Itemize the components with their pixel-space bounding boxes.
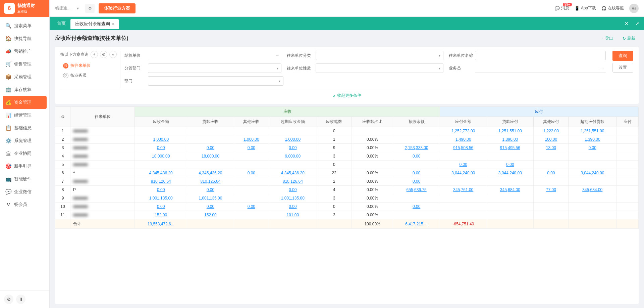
row-cell-应付金额[interactable]: 915,508.56 bbox=[440, 144, 487, 152]
row-cell-贷款应收[interactable]: 0.00 bbox=[187, 186, 234, 194]
app-download-button[interactable]: 📱 App下载 bbox=[575, 5, 596, 11]
wanglai-xingzhi-select[interactable]: ▾ bbox=[316, 63, 444, 73]
wanglai-name-input[interactable] bbox=[475, 51, 606, 60]
row-cell-应收金额[interactable]: 4,345,436.20 bbox=[135, 169, 187, 177]
scheme-settings-button[interactable]: ⊙ bbox=[100, 51, 107, 58]
trial-button[interactable]: 体验行业方案 bbox=[99, 3, 136, 13]
row-cell-预收余额[interactable]: 0.00 bbox=[393, 169, 440, 177]
row-cell-贷款应收[interactable]: 0.00 bbox=[187, 144, 234, 152]
row-cell-应收金额[interactable]: 1,000.00 bbox=[135, 135, 187, 144]
bumen-select[interactable]: ▾ bbox=[148, 76, 283, 86]
row-cell-贷款应付[interactable]: 1,251,551.00 bbox=[487, 127, 534, 135]
refresh-button[interactable]: ↻ 刷新 bbox=[619, 34, 639, 43]
row-cell-其他应付[interactable]: 13.00 bbox=[534, 144, 569, 152]
settings-footer-button[interactable]: ⚙ bbox=[4, 295, 13, 304]
row-cell-贷款应付[interactable]: 915,495.56 bbox=[487, 144, 534, 152]
collapse-footer-button[interactable]: ⏸ bbox=[16, 295, 25, 304]
row-cell-预收余额[interactable]: 2,153,333.00 bbox=[393, 144, 440, 152]
export-button[interactable]: ↑ 导出 bbox=[598, 34, 616, 43]
sidebar-item-wechat[interactable]: 💬 企业微信 bbox=[0, 185, 49, 198]
row-cell-应收金额[interactable]: 0.00 bbox=[135, 203, 187, 211]
row-cell-其他应付[interactable]: 77.00 bbox=[534, 186, 569, 194]
sidebar-item-member[interactable]: V 畅会员 bbox=[0, 198, 49, 211]
sidebar-item-finance[interactable]: 💰 资金管理 bbox=[3, 96, 47, 109]
row-cell-超期应付贷款[interactable]: 0.00 bbox=[569, 144, 616, 152]
row-cell-其他应收[interactable]: 0.00 bbox=[234, 203, 269, 211]
total-yingshou-jine[interactable]: 19,553,472,6... bbox=[135, 219, 187, 229]
row-cell-超期应收金额[interactable]: 810,126.64 bbox=[269, 177, 317, 186]
total-yingfu-jine[interactable]: -654,751.40 bbox=[440, 219, 487, 229]
row-cell-其他应收[interactable]: 0.00 bbox=[234, 144, 269, 152]
row-cell-应收金额[interactable]: 152.00 bbox=[135, 211, 187, 219]
filter-by-unit[interactable]: 按 按往来单位 bbox=[60, 61, 117, 71]
row-cell-其他应付[interactable]: 100.00 bbox=[534, 135, 569, 144]
sidebar-item-guide[interactable]: 🎯 新手引导 bbox=[0, 160, 49, 173]
row-cell-应收金额[interactable]: 18,000.00 bbox=[135, 152, 187, 161]
row-cell-预收余额[interactable]: 0.00 bbox=[393, 177, 440, 186]
row-cell-应付金额[interactable]: 345,761.00 bbox=[440, 186, 487, 194]
row-cell-超期应收金额[interactable]: 9,000.00 bbox=[269, 152, 317, 161]
row-cell-超期应付贷款[interactable]: 345,684.00 bbox=[569, 186, 616, 194]
row-cell-其他应收[interactable]: 1,000.00 bbox=[234, 135, 269, 144]
row-cell-应收金额[interactable]: 0.00 bbox=[135, 186, 187, 194]
messages-button[interactable]: 💬 消息 99+ bbox=[555, 5, 569, 11]
sidebar-item-enterprise[interactable]: 🏛 企业协同 bbox=[0, 147, 49, 160]
row-cell-贷款应收[interactable]: 1,001,135.00 bbox=[187, 194, 234, 203]
sidebar-item-marketing[interactable]: 📣 营销推广 bbox=[0, 45, 49, 58]
row-cell-超期应收金额[interactable]: 1,000.00 bbox=[269, 135, 317, 144]
row-cell-超期应付贷款[interactable]: 1,390.00 bbox=[569, 135, 616, 144]
tab-minimize-button[interactable]: ✕ bbox=[623, 19, 631, 28]
row-cell-超期应收金额[interactable]: 1,001,135.00 bbox=[269, 194, 317, 203]
add-scheme-button[interactable]: + bbox=[91, 51, 98, 58]
row-cell-预收余额[interactable]: 0.00 bbox=[393, 203, 440, 211]
filter-by-staff[interactable]: 按 按业务员 bbox=[60, 71, 117, 80]
row-cell-超期应付贷款[interactable]: 3,044,240.00 bbox=[569, 169, 616, 177]
sidebar-item-search[interactable]: 🔍 搜索菜单 bbox=[0, 19, 49, 32]
row-cell-预收余额[interactable]: 655,636.75 bbox=[393, 186, 440, 194]
user-menu[interactable]: Rit bbox=[629, 4, 639, 13]
row-cell-贷款应付[interactable]: 0.00 bbox=[487, 161, 534, 169]
table-settings-icon[interactable]: ⚙ bbox=[58, 112, 67, 122]
sidebar-item-system[interactable]: ⚙️ 系统管理 bbox=[0, 134, 49, 147]
row-cell-贷款应付[interactable]: 3,044,240.00 bbox=[487, 169, 534, 177]
sidebar-item-hardware[interactable]: 📺 智能硬件 bbox=[0, 173, 49, 185]
sidebar-item-operation[interactable]: 📊 经营管理 bbox=[0, 109, 49, 122]
settings-button[interactable]: 设置 bbox=[612, 63, 633, 73]
tab-maximize-button[interactable]: ⤢ bbox=[633, 19, 641, 28]
online-service-button[interactable]: 🎧 在线客服 bbox=[601, 5, 624, 11]
sidebar-item-inventory[interactable]: 🏢 库存核算 bbox=[0, 83, 49, 96]
gear-icon[interactable]: ⚙ bbox=[85, 4, 95, 13]
dropdown-icon[interactable]: ▾ bbox=[74, 5, 81, 12]
row-cell-应收金额[interactable]: 810,126.64 bbox=[135, 177, 187, 186]
row-cell-超期应收金额[interactable]: 0.00 bbox=[269, 144, 317, 152]
row-cell-其他应收[interactable]: 0.00 bbox=[234, 169, 269, 177]
row-cell-贷款应收[interactable]: 152.00 bbox=[187, 211, 234, 219]
sidebar-item-quick[interactable]: 🏠 快捷导航 bbox=[0, 32, 49, 45]
row-cell-贷款应收[interactable]: 810,126.64 bbox=[187, 177, 234, 186]
row-cell-应付金额[interactable]: 3,044,240.00 bbox=[440, 169, 487, 177]
row-cell-超期应收金额[interactable]: 0.00 bbox=[269, 203, 317, 211]
row-cell-贷款应收[interactable]: 18,000.00 bbox=[187, 152, 234, 161]
row-cell-超期应收金额[interactable]: 4,345,436.20 bbox=[269, 169, 317, 177]
row-cell-超期应付贷款[interactable]: 1,251,551.00 bbox=[569, 127, 616, 135]
row-cell-应付金额[interactable]: 1,490.00 bbox=[440, 135, 487, 144]
row-cell-超期应收金额[interactable]: 101.00 bbox=[269, 211, 317, 219]
sidebar-item-basic[interactable]: 📋 基础信息 bbox=[0, 122, 49, 134]
row-cell-其他应付[interactable]: 1,222.00 bbox=[534, 127, 569, 135]
row-cell-贷款应付[interactable]: 345,684.00 bbox=[487, 186, 534, 194]
row-cell-预收余额[interactable]: 0.00 bbox=[393, 152, 440, 161]
tab-home[interactable]: 首页 bbox=[52, 18, 70, 29]
row-cell-贷款应收[interactable]: 0.00 bbox=[187, 203, 234, 211]
sidebar-item-purchase[interactable]: 📦 采购管理 bbox=[0, 71, 49, 83]
row-cell-应付金额[interactable]: 1,252,773.00 bbox=[440, 127, 487, 135]
total-yushou[interactable]: 6,417,215.... bbox=[393, 219, 440, 229]
yewuyuan-input[interactable]: ··· bbox=[475, 63, 606, 73]
row-cell-应付金额[interactable]: 0.00 bbox=[440, 161, 487, 169]
tab-balance[interactable]: 应收应付余额查询 × bbox=[70, 19, 119, 29]
row-cell-贷款应收[interactable]: 4,345,436.20 bbox=[187, 169, 234, 177]
query-button[interactable]: 查询 bbox=[612, 51, 633, 61]
row-cell-超期应收金额[interactable]: 0.00 bbox=[269, 186, 317, 194]
wanglai-fenlei-select[interactable]: ▾ bbox=[316, 51, 444, 60]
row-cell-贷款应付[interactable]: 1,390.00 bbox=[487, 135, 534, 144]
row-cell-其他应付[interactable]: 0.00 bbox=[534, 169, 569, 177]
